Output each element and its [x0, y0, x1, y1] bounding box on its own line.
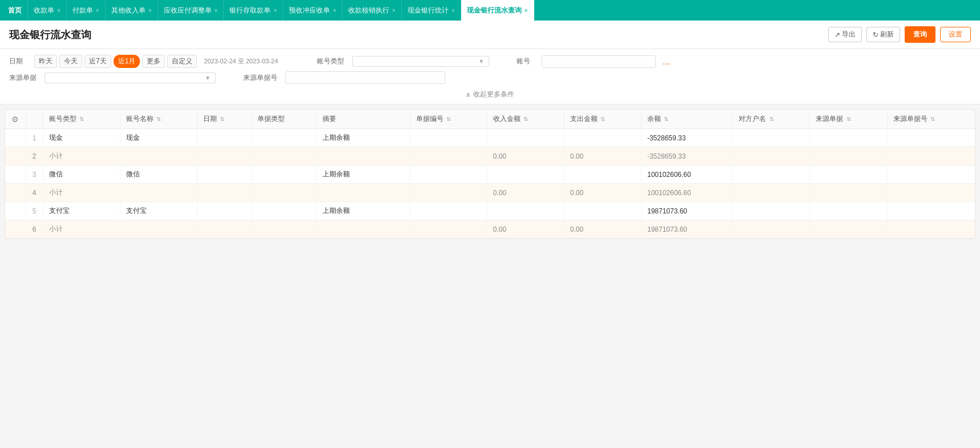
cell-source-doc: [810, 184, 887, 202]
close-prepay-icon[interactable]: ×: [333, 7, 336, 14]
cell-doc-type: [252, 184, 316, 202]
nav-tab-cash-stat[interactable]: 现金银行统计 ×: [402, 0, 461, 21]
cell-source-doc-no: [887, 220, 975, 239]
nav-tab-bank-deposit[interactable]: 银行存取款单 ×: [224, 0, 283, 21]
col-date[interactable]: 日期 ⇅: [197, 110, 252, 129]
col-source-doc[interactable]: 来源单据 ⇅: [810, 110, 887, 129]
query-button[interactable]: 查询: [905, 26, 935, 43]
cell-summary: [316, 147, 410, 166]
nav-tab-home[interactable]: 首页: [2, 0, 28, 21]
cell-source-doc: [810, 220, 887, 239]
close-ar-ap-icon[interactable]: ×: [215, 7, 218, 14]
source-doc-no-input[interactable]: [291, 74, 440, 82]
cell-source-doc-no: [887, 202, 975, 220]
col-counterparty[interactable]: 对方户名 ⇅: [733, 110, 810, 129]
date-btn-today[interactable]: 今天: [59, 55, 82, 68]
nav-tab-payments[interactable]: 付款单 ×: [67, 0, 106, 21]
sort-source-doc-no-icon: ⇅: [930, 116, 935, 122]
source-doc-chevron-icon: ▼: [205, 75, 211, 81]
filter-row-date: 日期 昨天 今天 近7天 近1月 更多 自定义 2023-02-24 至 202…: [9, 55, 971, 68]
cell-expense: [564, 129, 641, 147]
sort-doc-no-icon: ⇅: [446, 116, 451, 122]
nav-tab-cash-flow[interactable]: 现金银行流水查询 ×: [461, 0, 534, 21]
cell-account-type: 支付宝: [43, 202, 120, 220]
cell-account-name: 支付宝: [120, 202, 197, 220]
date-btn-more[interactable]: 更多: [142, 55, 165, 68]
date-label: 日期: [9, 56, 26, 66]
collapse-up-icon: ∧: [466, 91, 471, 99]
cell-num: 1: [26, 129, 43, 147]
table-row: 5支付宝支付宝上期余额19871073.60: [5, 202, 975, 220]
cell-doc-no: [410, 202, 487, 220]
col-num: [26, 110, 43, 129]
cell-balance: 100102606.60: [641, 166, 732, 184]
cell-counterparty: [733, 220, 810, 239]
cell-income: [487, 129, 564, 147]
date-btn-yesterday[interactable]: 昨天: [34, 55, 57, 68]
data-table: ⚙ 账号类型 ⇅ 账号名称 ⇅ 日期 ⇅ 单据类型 摘要 单据编号 ⇅ 收入金额…: [5, 110, 975, 239]
nav-tab-receipt-verify[interactable]: 收款核销执行 ×: [342, 0, 402, 21]
close-flow-icon[interactable]: ×: [525, 7, 528, 14]
source-doc-select[interactable]: ▼: [45, 72, 216, 83]
account-input[interactable]: [547, 58, 651, 66]
date-btn-1month[interactable]: 近1月: [114, 55, 140, 68]
col-balance[interactable]: 余额 ⇅: [641, 110, 732, 129]
col-doc-no[interactable]: 单据编号 ⇅: [410, 110, 487, 129]
nav-tab-ar-ap-adjust[interactable]: 应收应付调整单 ×: [158, 0, 224, 21]
cell-num: 5: [26, 202, 43, 220]
cell-gear: [5, 147, 26, 166]
setting-button[interactable]: 设置: [940, 27, 971, 42]
table-row: 4小计0.000.00100102606.60: [5, 184, 975, 202]
nav-tab-prepay-offset[interactable]: 预收冲应收单 ×: [283, 0, 342, 21]
col-source-doc-no[interactable]: 来源单据号 ⇅: [887, 110, 975, 129]
close-stat-icon[interactable]: ×: [451, 7, 455, 14]
close-payments-icon[interactable]: ×: [96, 7, 99, 14]
col-income[interactable]: 收入金额 ⇅: [487, 110, 564, 129]
source-doc-no-input-container: [285, 71, 445, 84]
cell-account-type: 微信: [43, 166, 120, 184]
close-verify-icon[interactable]: ×: [392, 7, 396, 14]
date-btn-custom[interactable]: 自定义: [167, 55, 197, 68]
table-row: 1现金现金上期余额-3528659.33: [5, 129, 975, 147]
cell-doc-no: [410, 166, 487, 184]
cell-num: 2: [26, 147, 43, 166]
filter-row-source: 来源单据 ▼ 来源单据号: [9, 71, 971, 84]
col-expense[interactable]: 支出金额 ⇅: [564, 110, 641, 129]
nav-tab-receipts[interactable]: 收款单 ×: [28, 0, 67, 21]
cell-source-doc-no: [887, 129, 975, 147]
cell-expense: [564, 166, 641, 184]
cell-income: 0.00: [487, 147, 564, 166]
cell-summary: [316, 184, 410, 202]
export-button[interactable]: ↗ 导出: [828, 27, 862, 42]
refresh-button[interactable]: ↻ 刷新: [866, 27, 900, 42]
cell-account-type: 小计: [43, 147, 120, 166]
column-settings-icon[interactable]: ⚙: [11, 115, 19, 124]
source-doc-label: 来源单据: [9, 73, 37, 83]
close-receipts-icon[interactable]: ×: [57, 7, 61, 14]
cell-expense: [564, 202, 641, 220]
cell-doc-no: [410, 147, 487, 166]
col-account-type[interactable]: 账号类型 ⇅: [43, 110, 120, 129]
account-filter: 账号 ...: [517, 55, 672, 68]
source-doc-no-filter: 来源单据号: [243, 71, 445, 84]
export-icon: ↗: [834, 31, 840, 39]
page-title: 现金银行流水查询: [9, 28, 91, 42]
page-header: 现金银行流水查询 ↗ 导出 ↻ 刷新 查询 设置: [0, 21, 980, 49]
close-other-income-icon[interactable]: ×: [148, 7, 152, 14]
cell-expense: 0.00: [564, 184, 641, 202]
date-btn-7days[interactable]: 近7天: [84, 55, 111, 68]
cell-summary: 上期余额: [316, 202, 410, 220]
cell-account-type: 小计: [43, 184, 120, 202]
cell-counterparty: [733, 147, 810, 166]
close-bank-icon[interactable]: ×: [273, 7, 277, 14]
account-dots-button[interactable]: ...: [660, 56, 672, 67]
cell-account-type: 小计: [43, 220, 120, 239]
col-gear[interactable]: ⚙: [5, 110, 26, 129]
col-account-name[interactable]: 账号名称 ⇅: [120, 110, 197, 129]
collapse-button[interactable]: ∧ 收起更多条件: [9, 87, 971, 99]
cell-source-doc: [810, 166, 887, 184]
nav-tab-other-income[interactable]: 其他收入单 ×: [106, 0, 158, 21]
cell-account-name: [120, 147, 197, 166]
account-type-select[interactable]: ▼: [352, 56, 489, 67]
cell-gear: [5, 220, 26, 239]
